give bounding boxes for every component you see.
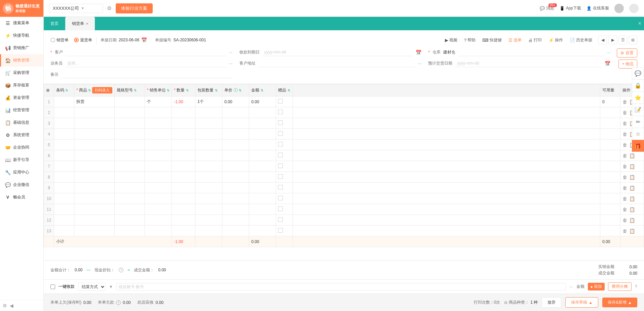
sidebar-item-wechat[interactable]: 💬 企业微信 bbox=[0, 179, 43, 191]
row-spec[interactable] bbox=[115, 215, 145, 226]
copy-icon[interactable]: 📋 bbox=[629, 153, 635, 158]
price-sort-icon[interactable]: ⇅ bbox=[239, 88, 241, 92]
row-pack-qty[interactable] bbox=[195, 193, 222, 204]
row-unit[interactable] bbox=[145, 215, 172, 226]
gift-checkbox[interactable] bbox=[278, 131, 283, 136]
product-sort-icon[interactable]: ⇅ bbox=[88, 88, 91, 92]
gift-checkbox[interactable] bbox=[278, 196, 283, 200]
settings-icon[interactable]: ⚙ bbox=[107, 5, 112, 11]
side-btn-orange[interactable]: 🎁 bbox=[632, 140, 644, 152]
row-amount[interactable]: 0.00 bbox=[249, 96, 276, 107]
row-qty[interactable] bbox=[172, 193, 195, 204]
sidebar-item-finance[interactable]: 💰 资金管理 bbox=[0, 91, 43, 104]
row-amount[interactable] bbox=[249, 118, 276, 129]
delete-icon[interactable]: 🗑 bbox=[622, 164, 627, 169]
row-unit[interactable] bbox=[145, 193, 172, 204]
sidebar-item-member[interactable]: V 畅会员 bbox=[0, 191, 43, 203]
row-amount[interactable] bbox=[249, 193, 276, 204]
due-date-calendar-icon[interactable]: 📅 bbox=[416, 50, 421, 55]
row-gift[interactable] bbox=[276, 118, 293, 129]
row-product[interactable] bbox=[74, 118, 115, 129]
radio-return-order[interactable]: 退货单 bbox=[74, 37, 92, 43]
row-spec[interactable] bbox=[115, 107, 145, 118]
row-pack-qty[interactable] bbox=[195, 118, 222, 129]
row-product[interactable] bbox=[74, 172, 115, 183]
copy-icon[interactable]: 📋 bbox=[629, 185, 635, 191]
row-barcode[interactable] bbox=[54, 193, 74, 204]
row-barcode[interactable] bbox=[54, 226, 74, 236]
row-barcode[interactable] bbox=[54, 161, 74, 172]
customer-input[interactable] bbox=[66, 48, 226, 56]
delete-icon[interactable]: 🗑 bbox=[622, 131, 627, 137]
row-pack-qty[interactable] bbox=[195, 107, 222, 118]
row-qty[interactable] bbox=[172, 161, 195, 172]
trial-button[interactable]: 体验行业方案 bbox=[116, 3, 153, 13]
payment-account-input[interactable] bbox=[116, 283, 566, 290]
expected-date-calendar-icon[interactable]: 📅 bbox=[605, 61, 610, 66]
row-pack-qty[interactable] bbox=[195, 215, 222, 226]
row-unit[interactable] bbox=[145, 140, 172, 150]
row-product[interactable] bbox=[74, 107, 115, 118]
gift-checkbox[interactable] bbox=[278, 163, 283, 168]
row-barcode[interactable] bbox=[54, 150, 74, 161]
row-barcode[interactable] bbox=[54, 140, 74, 150]
row-pack-qty[interactable] bbox=[195, 129, 222, 140]
row-gift[interactable] bbox=[276, 193, 293, 204]
sidebar-item-purchase[interactable]: 🛒 采购管理 bbox=[0, 67, 43, 79]
due-date-input[interactable] bbox=[262, 48, 413, 56]
expected-date-input[interactable] bbox=[455, 60, 602, 67]
row-qty[interactable] bbox=[172, 140, 195, 150]
qty-sort-icon[interactable]: ⇅ bbox=[186, 88, 189, 92]
row-pack-qty[interactable] bbox=[195, 150, 222, 161]
row-gift[interactable] bbox=[276, 226, 293, 236]
row-product[interactable]: 拆货 bbox=[74, 96, 115, 107]
row-pack-qty[interactable]: 1个 bbox=[195, 96, 222, 107]
row-gift[interactable] bbox=[276, 107, 293, 118]
row-amount[interactable] bbox=[249, 226, 276, 236]
tab-bar-close-icon[interactable]: × bbox=[638, 21, 641, 27]
row-unit[interactable] bbox=[145, 226, 172, 236]
row-unit[interactable] bbox=[145, 129, 172, 140]
row-barcode[interactable] bbox=[54, 204, 74, 215]
row-amount[interactable] bbox=[249, 129, 276, 140]
delete-icon[interactable]: 🗑 bbox=[622, 174, 627, 180]
sidebar-item-basics[interactable]: 📋 基础信息 bbox=[0, 116, 43, 129]
row-pack-qty[interactable] bbox=[195, 172, 222, 183]
total-due-help-icon[interactable]: ? bbox=[116, 300, 121, 305]
row-spec[interactable] bbox=[115, 226, 145, 236]
gift-checkbox[interactable] bbox=[278, 153, 283, 157]
sidebar-item-search[interactable]: ☰ 搜索菜单 bbox=[0, 17, 43, 29]
row-unit[interactable] bbox=[145, 172, 172, 183]
salesperson-input[interactable] bbox=[65, 60, 226, 67]
delete-icon[interactable]: 🗑 bbox=[622, 110, 627, 115]
spec-sort-icon[interactable]: ⇅ bbox=[134, 88, 137, 92]
payment-account-dots[interactable]: ··· bbox=[569, 284, 573, 289]
delete-icon[interactable]: 🗑 bbox=[622, 142, 627, 148]
row-unit[interactable]: 个 bbox=[145, 96, 172, 107]
row-barcode[interactable] bbox=[54, 118, 74, 129]
note-input[interactable] bbox=[61, 71, 233, 78]
gift-checkbox[interactable] bbox=[278, 185, 283, 190]
next-button[interactable]: ▶ bbox=[608, 36, 617, 44]
gift-checkbox[interactable] bbox=[278, 142, 283, 147]
row-gift[interactable] bbox=[276, 161, 293, 172]
warehouse-input[interactable] bbox=[458, 48, 604, 56]
row-unit-price[interactable] bbox=[222, 183, 249, 193]
amount-sort-icon[interactable]: ⇅ bbox=[261, 88, 263, 92]
avatar[interactable] bbox=[614, 4, 624, 13]
row-unit-price[interactable]: 0.00 bbox=[222, 96, 249, 107]
row-spec[interactable] bbox=[115, 161, 145, 172]
shortcut-button[interactable]: ⌨ 快捷键 bbox=[480, 36, 504, 44]
row-product[interactable] bbox=[74, 215, 115, 226]
collapse-sidebar-icon[interactable]: ◀ bbox=[10, 303, 13, 308]
row-unit-price[interactable] bbox=[222, 107, 249, 118]
customer-addr-input[interactable] bbox=[258, 60, 415, 67]
copy-icon[interactable]: 📋 bbox=[629, 218, 635, 223]
list-view-button[interactable]: ☰ bbox=[618, 36, 627, 44]
delete-icon[interactable]: 🗑 bbox=[622, 99, 627, 105]
row-spec[interactable] bbox=[115, 140, 145, 150]
side-btn-6[interactable]: ☆ bbox=[632, 128, 644, 140]
row-amount[interactable] bbox=[249, 161, 276, 172]
copy-icon[interactable]: 📋 bbox=[629, 228, 635, 234]
row-unit-price[interactable] bbox=[222, 118, 249, 129]
